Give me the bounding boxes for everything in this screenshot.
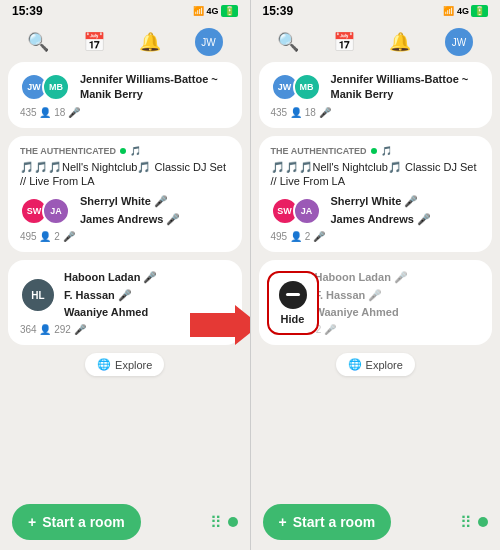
search-icon-left[interactable]: 🔍 — [27, 31, 49, 53]
explore-icon-right: 🌐 — [348, 358, 362, 371]
speaker-name-jennifer-right: Jennifer Williams-Battoe ~ — [331, 72, 481, 87]
speakers-row-2-left: SW JA Sherryl White 🎤 James Andrews 🎤 — [20, 194, 230, 227]
explore-container-left: 🌐 Explore — [8, 353, 242, 380]
speakers-row-3-left: HL Haboon Ladan 🎤 F. Hassan 🎤 Waaniye Ah… — [20, 270, 230, 320]
speaker-avatars-1-left: JW MB — [20, 73, 64, 101]
status-icons-left: 📶 4G 🔋 — [193, 5, 238, 17]
speakers-row-1-left: JW MB Jennifer Williams-Battoe ~ Manik B… — [20, 72, 230, 103]
room-card-2-left[interactable]: THE AUTHENTICATED 🎵 🎵🎵🎵Nell's Nightclub🎵… — [8, 136, 242, 252]
explore-button-right[interactable]: 🌐 Explore — [336, 353, 415, 376]
avatar-manik-right: MB — [293, 73, 321, 101]
start-room-button-left[interactable]: + Start a room — [12, 504, 141, 540]
bottom-right-right: ⠿ — [460, 513, 488, 532]
avatar-james-left: JA — [42, 197, 70, 225]
green-dot-left — [228, 517, 238, 527]
speaker-avatars-2-right: SW JA — [271, 197, 315, 225]
speaker-name-sherryl-right: Sherryl White 🎤 — [331, 194, 481, 209]
room-card-1-left[interactable]: JW MB Jennifer Williams-Battoe ~ Manik B… — [8, 62, 242, 128]
left-panel: 15:39 📶 4G 🔋 🔍 📅 🔔 JW JW MB — [0, 0, 250, 550]
bell-icon-left[interactable]: 🔔 — [139, 31, 161, 53]
explore-icon-left: 🌐 — [97, 358, 111, 371]
explore-label-left: Explore — [115, 359, 152, 371]
room-meta-2-right: THE AUTHENTICATED 🎵 — [271, 146, 481, 156]
speaker-name-james-left: James Andrews 🎤 — [80, 212, 230, 227]
room-stats-1-left: 435 👤 18 🎤 — [20, 107, 230, 118]
search-icon-right[interactable]: 🔍 — [277, 31, 299, 53]
speaker-name-waaniye-right: Waaniye Ahmed — [315, 305, 481, 320]
speaker-name-manik-left: Manik Berry — [80, 87, 230, 102]
status-bar-right: 15:39 📶 4G 🔋 — [251, 0, 501, 22]
rooms-list-left: JW MB Jennifer Williams-Battoe ~ Manik B… — [0, 62, 250, 496]
plus-icon-left: + — [28, 514, 36, 530]
speaker-name-haboon-left: Haboon Ladan 🎤 — [64, 270, 230, 285]
explore-container-right: 🌐 Explore — [259, 353, 493, 380]
room-stats-2-left: 495 👤 2 🎤 — [20, 231, 230, 242]
speaker-info-1-right: Jennifer Williams-Battoe ~ Manik Berry — [331, 72, 481, 103]
status-time-left: 15:39 — [12, 4, 43, 18]
calendar-icon-left[interactable]: 📅 — [83, 31, 105, 53]
app-container: 15:39 📶 4G 🔋 🔍 📅 🔔 JW JW MB — [0, 0, 500, 550]
bottom-bar-right: + Start a room ⠿ — [251, 496, 501, 550]
hide-button-overlay[interactable]: Hide — [267, 271, 319, 335]
speaker-info-2-left: Sherryl White 🎤 James Andrews 🎤 — [80, 194, 230, 227]
start-room-label-right: Start a room — [293, 514, 375, 530]
auth-dot-right — [371, 148, 377, 154]
bottom-right-left: ⠿ — [210, 513, 238, 532]
profile-avatar-left[interactable]: JW — [195, 28, 223, 56]
speaker-avatars-1-right: JW MB — [271, 73, 315, 101]
room-meta-2-left: THE AUTHENTICATED 🎵 — [20, 146, 230, 156]
speakers-row-1-right: JW MB Jennifer Williams-Battoe ~ Manik B… — [271, 72, 481, 103]
room-card-2-right[interactable]: THE AUTHENTICATED 🎵 🎵🎵🎵Nell's Nightclub🎵… — [259, 136, 493, 252]
room-stats-2-right: 495 👤 2 🎤 — [271, 231, 481, 242]
status-icons-right: 📶 4G 🔋 — [443, 5, 488, 17]
battery-icon-left: 🔋 — [221, 5, 238, 17]
room-title-2-left: 🎵🎵🎵Nell's Nightclub🎵 Classic DJ Set // L… — [20, 160, 230, 189]
grid-icon-right[interactable]: ⠿ — [460, 513, 472, 532]
profile-avatar-right[interactable]: JW — [445, 28, 473, 56]
right-panel: 15:39 📶 4G 🔋 🔍 📅 🔔 JW JW MB — [251, 0, 501, 550]
hide-btn-dash — [286, 293, 300, 296]
avatar-haboon-left: HL — [20, 277, 56, 313]
signal-icon-right: 📶 4G — [443, 6, 469, 16]
room-card-3-left[interactable]: HL Haboon Ladan 🎤 F. Hassan 🎤 Waaniye Ah… — [8, 260, 242, 345]
auth-dot-left — [120, 148, 126, 154]
signal-icon-left: 📶 4G — [193, 6, 219, 16]
rooms-list-right: JW MB Jennifer Williams-Battoe ~ Manik B… — [251, 62, 501, 496]
room-stats-3-left: 364 👤 292 🎤 — [20, 324, 230, 335]
hide-label: Hide — [281, 313, 305, 325]
status-bar-left: 15:39 📶 4G 🔋 — [0, 0, 250, 22]
status-time-right: 15:39 — [263, 4, 294, 18]
start-room-button-right[interactable]: + Start a room — [263, 504, 392, 540]
speaker-avatars-2-left: SW JA — [20, 197, 64, 225]
explore-button-left[interactable]: 🌐 Explore — [85, 353, 164, 376]
speaker-name-jennifer-left: Jennifer Williams-Battoe ~ — [80, 72, 230, 87]
room-card-3-right[interactable]: Hide HL Haboon Ladan 🎤 F. Hassan 🎤 Waani… — [259, 260, 493, 345]
nav-bar-left: 🔍 📅 🔔 JW — [0, 22, 250, 62]
hide-btn-circle — [279, 281, 307, 309]
speaker-name-fhassan-right: F. Hassan 🎤 — [315, 288, 481, 303]
speaker-info-1-left: Jennifer Williams-Battoe ~ Manik Berry — [80, 72, 230, 103]
speaker-name-waaniye-left: Waaniye Ahmed — [64, 305, 230, 320]
avatar-manik-left: MB — [42, 73, 70, 101]
speaker-name-sherryl-left: Sherryl White 🎤 — [80, 194, 230, 209]
bottom-bar-left: + Start a room ⠿ — [0, 496, 250, 550]
speaker-name-haboon-right: Haboon Ladan 🎤 — [315, 270, 481, 285]
start-room-label-left: Start a room — [42, 514, 124, 530]
plus-icon-right: + — [279, 514, 287, 530]
avatar-james-right: JA — [293, 197, 321, 225]
bell-icon-right[interactable]: 🔔 — [389, 31, 411, 53]
speaker-name-james-right: James Andrews 🎤 — [331, 212, 481, 227]
speaker-name-manik-right: Manik Berry — [331, 87, 481, 102]
speaker-info-2-right: Sherryl White 🎤 James Andrews 🎤 — [331, 194, 481, 227]
speaker-name-fhassan-left: F. Hassan 🎤 — [64, 288, 230, 303]
room-title-2-right: 🎵🎵🎵Nell's Nightclub🎵 Classic DJ Set // L… — [271, 160, 481, 189]
room-card-1-right[interactable]: JW MB Jennifer Williams-Battoe ~ Manik B… — [259, 62, 493, 128]
green-dot-right — [478, 517, 488, 527]
speaker-info-3-left: Haboon Ladan 🎤 F. Hassan 🎤 Waaniye Ahmed — [64, 270, 230, 320]
speakers-row-2-right: SW JA Sherryl White 🎤 James Andrews 🎤 — [271, 194, 481, 227]
explore-label-right: Explore — [366, 359, 403, 371]
room-stats-1-right: 435 👤 18 🎤 — [271, 107, 481, 118]
speaker-info-3-right: Haboon Ladan 🎤 F. Hassan 🎤 Waaniye Ahmed — [315, 270, 481, 320]
calendar-icon-right[interactable]: 📅 — [333, 31, 355, 53]
grid-icon-left[interactable]: ⠿ — [210, 513, 222, 532]
